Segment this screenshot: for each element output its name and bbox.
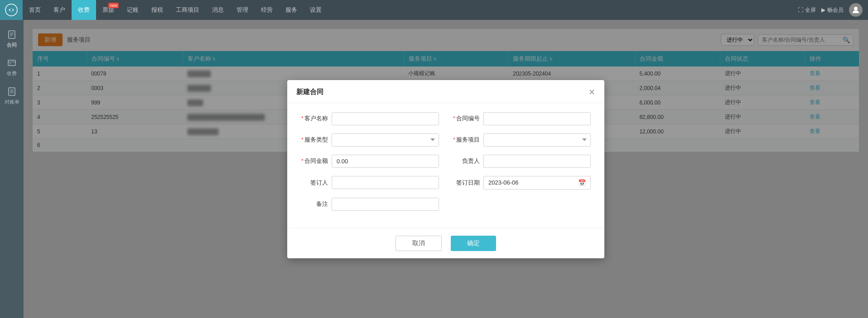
amount-input[interactable]: [332, 155, 439, 168]
form-group-sign-date: 签订日期 2023-06-06 📅: [453, 176, 591, 190]
note-label: 备注: [301, 200, 328, 208]
customer-name-input[interactable]: [332, 112, 439, 125]
responsible-input[interactable]: [483, 155, 591, 168]
nav-item-service[interactable]: 服务: [279, 0, 304, 20]
content-area: 新增 服务项目 进行中 已完成 已终止 🔍: [24, 20, 868, 318]
required-mark-5: *: [301, 157, 304, 164]
sign-date-input[interactable]: 2023-06-06 📅: [483, 176, 591, 190]
modal-footer: 取消 确定: [287, 228, 604, 258]
nav-item-fee[interactable]: 收费: [72, 0, 96, 20]
signer-input[interactable]: [332, 176, 439, 189]
fullscreen-icon: ⛶: [798, 7, 803, 13]
calendar-icon: 📅: [578, 179, 586, 186]
customer-label: *客户名称: [301, 114, 328, 123]
avatar[interactable]: [849, 3, 863, 17]
service-project-select[interactable]: [483, 133, 591, 147]
modal-dialog: 新建合同 ✕ *客户名称 *合同编号: [287, 80, 604, 258]
service-project-label: *服务项目: [453, 136, 480, 144]
sidebar-item-fee[interactable]: 收费: [0, 53, 24, 81]
main-layout: 合同 收费 对账单 新增 服务项目 进行中 已完成: [0, 20, 868, 318]
form-group-signer: 签订人: [301, 176, 439, 189]
contract-no-label: *合同编号: [453, 114, 480, 123]
form-row-3: *合同金额 负责人: [301, 155, 591, 168]
required-mark: *: [301, 115, 304, 122]
nav-item-message[interactable]: 消息: [206, 0, 230, 20]
cancel-button[interactable]: 取消: [395, 236, 442, 251]
note-input[interactable]: [332, 198, 439, 211]
svg-point-2: [854, 7, 858, 10]
nav-item-operate[interactable]: 经营: [255, 0, 279, 20]
signer-label: 签订人: [301, 179, 328, 187]
member-button[interactable]: ▶ 畅会员: [821, 6, 844, 14]
nav-right: ⛶ 全屏 ▶ 畅会员: [798, 3, 868, 17]
logo: [0, 0, 23, 20]
sidebar-item-statement[interactable]: 对账单: [0, 81, 24, 110]
fullscreen-button[interactable]: ⛶ 全屏: [798, 6, 816, 14]
form-row-2: *服务类型 *服务项目: [301, 133, 591, 147]
service-type-label: *服务类型: [301, 136, 328, 144]
nav-item-bizproject[interactable]: 工商项目: [169, 0, 206, 20]
form-row-1: *客户名称 *合同编号: [301, 112, 591, 125]
form-group-service-project: *服务项目: [453, 133, 591, 147]
modal-title: 新建合同: [296, 88, 323, 96]
form-group-service-type: *服务类型: [301, 133, 439, 147]
amount-label: *合同金额: [301, 157, 328, 165]
required-mark-3: *: [301, 136, 304, 143]
nav-item-home[interactable]: 首页: [23, 0, 47, 20]
new-badge: new: [108, 3, 119, 8]
nav-item-bookkeeping[interactable]: 记账: [121, 0, 145, 20]
responsible-label: 负责人: [453, 157, 480, 165]
sign-date-label: 签订日期: [453, 179, 480, 187]
statement-icon: [6, 86, 17, 97]
form-group-responsible: 负责人: [453, 155, 591, 168]
top-nav: 首页 客户 收费 票据 new 记账 报税 工商项目 消息 管理 经营 服务 设…: [0, 0, 868, 20]
contract-no-input[interactable]: [483, 112, 591, 125]
sidebar-item-contract[interactable]: 合同: [0, 24, 24, 53]
svg-rect-7: [8, 60, 15, 66]
form-group-amount: *合同金额: [301, 155, 439, 168]
service-type-select[interactable]: [332, 133, 439, 147]
modal-header: 新建合同 ✕: [287, 80, 604, 103]
play-icon: ▶: [821, 7, 825, 13]
nav-item-tax[interactable]: 报税: [145, 0, 169, 20]
nav-item-invoice[interactable]: 票据 new: [96, 0, 121, 20]
required-mark-4: *: [453, 136, 455, 143]
form-row-4: 签订人 签订日期 2023-06-06 📅: [301, 176, 591, 190]
form-group-contract-no: *合同编号: [453, 112, 591, 125]
nav-item-settings[interactable]: 设置: [304, 0, 328, 20]
modal-body: *客户名称 *合同编号: [287, 103, 604, 228]
svg-point-1: [10, 9, 13, 11]
nav-item-customer[interactable]: 客户: [47, 0, 72, 20]
modal-overlay: 新建合同 ✕ *客户名称 *合同编号: [24, 20, 868, 318]
form-group-note: 备注: [301, 198, 439, 211]
sidebar: 合同 收费 对账单: [0, 20, 24, 318]
form-row-5: 备注: [301, 198, 591, 211]
nav-item-manage[interactable]: 管理: [230, 0, 255, 20]
modal-close-button[interactable]: ✕: [588, 87, 595, 97]
fee-icon: [6, 57, 17, 68]
required-mark-2: *: [453, 115, 455, 122]
nav-items: 首页 客户 收费 票据 new 记账 报税 工商项目 消息 管理 经营 服务 设…: [23, 0, 798, 20]
form-group-customer: *客户名称: [301, 112, 439, 125]
contract-icon: [6, 29, 17, 40]
confirm-button[interactable]: 确定: [451, 236, 496, 251]
